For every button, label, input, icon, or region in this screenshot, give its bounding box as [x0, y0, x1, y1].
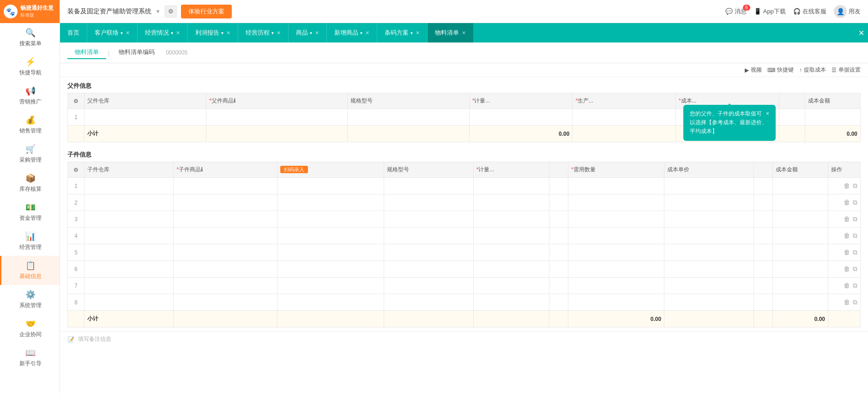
sidebar-item-2[interactable]: 📢营销推广 [0, 81, 60, 110]
child-unitcost-7[interactable] [664, 294, 753, 311]
sidebar-item-8[interactable]: 📋基础信息 [0, 256, 60, 285]
nav-tab-8[interactable]: 物料清单✕ [428, 23, 474, 42]
copy-icon-3[interactable]: ⧉ [853, 232, 857, 240]
child-warehouse-3[interactable] [84, 228, 174, 244]
nav-tab-3[interactable]: 利润报告▾✕ [188, 23, 238, 42]
child-spec-5[interactable] [384, 261, 473, 278]
nav-tab-2[interactable]: 经营情况▾✕ [138, 23, 188, 42]
child-product-0[interactable] [174, 178, 277, 194]
copy-icon-6[interactable]: ⧉ [853, 282, 857, 290]
child-qty-3[interactable] [568, 228, 664, 244]
nav-tab-close-3[interactable]: ✕ [226, 30, 230, 36]
sub-tab-bill-code[interactable]: 物料清单编码 [111, 46, 162, 59]
child-qty-4[interactable] [568, 244, 664, 261]
child-product-7[interactable] [174, 294, 277, 311]
delete-icon-2[interactable]: 🗑 [844, 215, 850, 223]
copy-icon-0[interactable]: ⧉ [853, 182, 857, 190]
delete-icon-5[interactable]: 🗑 [844, 265, 850, 273]
sidebar-item-3[interactable]: 💰销售管理 [0, 110, 60, 139]
child-scan-0[interactable] [277, 178, 384, 194]
nav-tab-close-1[interactable]: ✕ [126, 30, 130, 36]
sidebar-item-5[interactable]: 📦库存核算 [0, 169, 60, 198]
delete-icon-0[interactable]: 🗑 [844, 182, 850, 190]
parent-unit-cell[interactable] [469, 109, 573, 126]
child-scan-3[interactable] [277, 228, 384, 244]
child-unitcost-5[interactable] [664, 261, 753, 278]
nav-tab-close-2[interactable]: ✕ [176, 30, 180, 36]
child-unit-6[interactable] [473, 278, 549, 294]
nav-tab-close-8[interactable]: ✕ [462, 30, 466, 36]
child-warehouse-7[interactable] [84, 294, 174, 311]
child-qty-1[interactable] [568, 194, 664, 211]
child-product-3[interactable] [174, 228, 277, 244]
child-unit-1[interactable] [473, 194, 549, 211]
delete-icon-3[interactable]: 🗑 [844, 232, 850, 240]
nav-tab-arrow-7[interactable]: ▾ [410, 30, 413, 36]
sidebar-item-1[interactable]: ⚡快捷导航 [0, 52, 60, 81]
child-unitcost-2[interactable] [664, 211, 753, 228]
copy-icon-1[interactable]: ⧉ [853, 199, 857, 206]
tooltip-close-button[interactable]: × [766, 109, 769, 118]
child-scan-6[interactable] [277, 278, 384, 294]
child-qty-6[interactable] [568, 278, 664, 294]
child-warehouse-0[interactable] [84, 178, 174, 194]
child-unit-3[interactable] [473, 228, 549, 244]
nav-tab-close-5[interactable]: ✕ [315, 30, 319, 36]
copy-icon-5[interactable]: ⧉ [853, 265, 857, 273]
child-unit-5[interactable] [473, 261, 549, 278]
extract-cost-button[interactable]: ↑ 提取成本 [799, 66, 826, 74]
copy-icon-7[interactable]: ⧉ [853, 298, 857, 306]
nav-tab-close-4[interactable]: ✕ [277, 30, 281, 36]
system-title-arrow[interactable]: ▼ [155, 8, 161, 15]
delete-icon-4[interactable]: 🗑 [844, 248, 850, 256]
child-unit-4[interactable] [473, 244, 549, 261]
nav-tab-4[interactable]: 经营历程▾✕ [238, 23, 289, 42]
child-qty-2[interactable] [568, 211, 664, 228]
trial-button[interactable]: 体验行业方案 [181, 5, 232, 18]
child-scan-4[interactable] [277, 244, 384, 261]
delete-icon-1[interactable]: 🗑 [844, 199, 850, 206]
close-all-tabs-button[interactable]: ✕ [855, 29, 868, 37]
child-spec-1[interactable] [384, 194, 473, 211]
nav-tab-7[interactable]: 条码方案▾✕ [377, 23, 428, 42]
child-warehouse-6[interactable] [84, 278, 174, 294]
online-service-button[interactable]: 🎧 在线客服 [793, 7, 826, 16]
child-qty-0[interactable] [568, 178, 664, 194]
shortcut-key-button[interactable]: ⌨ 快捷键 [767, 66, 794, 74]
child-unit-2[interactable] [473, 211, 549, 228]
sub-tab-bill-list[interactable]: 物料清单 [67, 46, 106, 59]
scan-button[interactable]: 扫码录入 [280, 166, 308, 173]
view-video-button[interactable]: ▶ 视频 [745, 66, 762, 74]
child-qty-7[interactable] [568, 294, 664, 311]
copy-icon-4[interactable]: ⧉ [853, 248, 857, 256]
sidebar-item-11[interactable]: 📖新手引导 [0, 343, 60, 372]
nav-tab-close-6[interactable]: ✕ [365, 30, 369, 36]
child-warehouse-1[interactable] [84, 194, 174, 211]
child-scan-7[interactable] [277, 294, 384, 311]
child-product-4[interactable] [174, 244, 277, 261]
child-product-1[interactable] [174, 194, 277, 211]
child-scan-5[interactable] [277, 261, 384, 278]
nav-tab-arrow-1[interactable]: ▾ [121, 30, 123, 36]
sidebar-item-6[interactable]: 💵资金管理 [0, 198, 60, 227]
child-product-2[interactable] [174, 211, 277, 228]
child-spec-0[interactable] [384, 178, 473, 194]
nav-tab-arrow-5[interactable]: ▾ [310, 30, 312, 36]
app-download-button[interactable]: 📱 App下载 [754, 7, 786, 16]
child-unit-0[interactable] [473, 178, 549, 194]
parent-product-cell[interactable] [206, 109, 347, 126]
child-qty-5[interactable] [568, 261, 664, 278]
child-warehouse-2[interactable] [84, 211, 174, 228]
message-button[interactable]: 💬 消息 6 [725, 7, 747, 16]
child-product-5[interactable] [174, 261, 277, 278]
nav-tab-arrow-6[interactable]: ▾ [360, 30, 362, 36]
delete-icon-6[interactable]: 🗑 [844, 282, 850, 290]
parent-spec-cell[interactable] [347, 109, 469, 126]
parent-production-cell[interactable] [573, 109, 676, 126]
child-scan-1[interactable] [277, 194, 384, 211]
child-unitcost-4[interactable] [664, 244, 753, 261]
sidebar-item-10[interactable]: 🤝企业协同 [0, 314, 60, 343]
nav-tab-arrow-4[interactable]: ▾ [271, 30, 274, 36]
hint-text[interactable]: 填写备注信息 [78, 335, 111, 343]
child-unit-7[interactable] [473, 294, 549, 311]
